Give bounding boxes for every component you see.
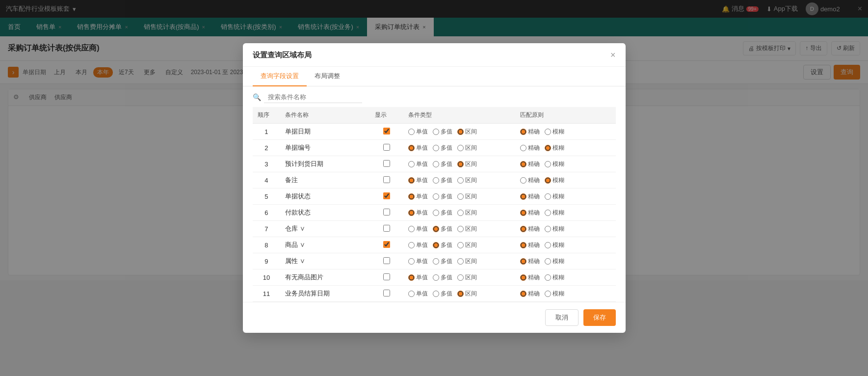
- match-radio-input-exact[interactable]: [520, 258, 526, 265]
- type-radio-input-range[interactable]: [457, 226, 464, 232]
- type-radio-single[interactable]: 单值: [408, 192, 428, 201]
- match-radio-fuzzy[interactable]: 模糊: [545, 176, 564, 185]
- type-radio-input-range[interactable]: [457, 274, 464, 281]
- match-radio-input-exact[interactable]: [520, 193, 526, 200]
- match-radio-input-fuzzy[interactable]: [545, 177, 551, 184]
- type-radio-input-single[interactable]: [408, 274, 415, 281]
- type-radio-input-multi[interactable]: [433, 258, 439, 265]
- display-checkbox[interactable]: [383, 209, 390, 215]
- type-radio-input-multi[interactable]: [433, 129, 439, 135]
- type-radio-input-single[interactable]: [408, 258, 415, 265]
- type-radio-input-single[interactable]: [408, 145, 415, 151]
- display-checkbox[interactable]: [383, 241, 390, 248]
- type-radio-range[interactable]: 区间: [457, 160, 477, 168]
- type-radio-single[interactable]: 单值: [408, 176, 428, 185]
- match-radio-input-exact[interactable]: [520, 210, 526, 216]
- type-radio-single[interactable]: 单值: [408, 257, 428, 266]
- type-radio-input-multi[interactable]: [433, 177, 439, 184]
- type-radio-range[interactable]: 区间: [457, 209, 477, 217]
- match-radio-input-fuzzy[interactable]: [545, 242, 551, 248]
- match-radio-fuzzy[interactable]: 模糊: [545, 144, 564, 152]
- type-radio-single[interactable]: 单值: [408, 128, 428, 136]
- match-radio-fuzzy[interactable]: 模糊: [545, 241, 564, 249]
- match-radio-exact[interactable]: 精确: [520, 241, 540, 249]
- match-radio-input-exact[interactable]: [520, 242, 526, 248]
- type-radio-multi[interactable]: 多值: [433, 257, 452, 266]
- type-radio-input-multi[interactable]: [433, 210, 439, 216]
- match-radio-fuzzy[interactable]: 模糊: [545, 128, 564, 136]
- match-radio-fuzzy[interactable]: 模糊: [545, 257, 564, 266]
- display-checkbox[interactable]: [383, 192, 390, 199]
- type-radio-input-single[interactable]: [408, 177, 415, 184]
- type-radio-single[interactable]: 单值: [408, 241, 428, 249]
- type-radio-input-multi[interactable]: [433, 226, 439, 232]
- modal-tab-layout[interactable]: 布局调整: [307, 67, 348, 86]
- type-radio-input-range[interactable]: [457, 242, 464, 248]
- type-radio-range[interactable]: 区间: [457, 241, 477, 249]
- search-input[interactable]: [264, 91, 362, 103]
- modal-close-button[interactable]: ×: [610, 50, 616, 60]
- type-radio-range[interactable]: 区间: [457, 176, 477, 185]
- match-radio-exact[interactable]: 精确: [520, 273, 540, 281]
- display-checkbox[interactable]: [383, 128, 390, 134]
- type-radio-multi[interactable]: 多值: [433, 225, 452, 233]
- type-radio-single[interactable]: 单值: [408, 160, 428, 168]
- match-radio-input-fuzzy[interactable]: [545, 258, 551, 265]
- display-checkbox[interactable]: [383, 160, 390, 167]
- type-radio-multi[interactable]: 多值: [433, 176, 452, 185]
- type-radio-range[interactable]: 区间: [457, 225, 477, 233]
- match-radio-input-exact[interactable]: [520, 145, 526, 151]
- match-radio-exact[interactable]: 精确: [520, 160, 540, 168]
- type-radio-input-single[interactable]: [408, 226, 415, 232]
- type-radio-multi[interactable]: 多值: [433, 128, 452, 136]
- type-radio-input-single[interactable]: [408, 210, 415, 216]
- type-radio-range[interactable]: 区间: [457, 257, 477, 266]
- type-radio-range[interactable]: 区间: [457, 128, 477, 136]
- type-radio-input-multi[interactable]: [433, 161, 439, 167]
- type-radio-input-range[interactable]: [457, 161, 464, 167]
- type-radio-multi[interactable]: 多值: [433, 144, 452, 152]
- type-radio-input-range[interactable]: [457, 129, 464, 135]
- match-radio-fuzzy[interactable]: 模糊: [545, 192, 564, 201]
- display-checkbox[interactable]: [383, 257, 390, 264]
- type-radio-input-single[interactable]: [408, 193, 415, 200]
- modal-tab-query-fields[interactable]: 查询字段设置: [253, 67, 307, 86]
- display-checkbox[interactable]: [383, 176, 390, 183]
- type-radio-range[interactable]: 区间: [457, 144, 477, 152]
- match-radio-input-fuzzy[interactable]: [545, 193, 551, 200]
- match-radio-input-exact[interactable]: [520, 129, 526, 135]
- type-radio-input-range[interactable]: [457, 145, 464, 151]
- type-radio-input-single[interactable]: [408, 129, 415, 135]
- type-radio-multi[interactable]: 多值: [433, 209, 452, 217]
- display-checkbox[interactable]: [383, 225, 390, 232]
- match-radio-exact[interactable]: 精确: [520, 209, 540, 217]
- match-radio-fuzzy[interactable]: 模糊: [545, 225, 564, 233]
- type-radio-input-range[interactable]: [457, 258, 464, 265]
- type-radio-multi[interactable]: 多值: [433, 160, 452, 168]
- type-radio-input-multi[interactable]: [433, 145, 439, 151]
- display-checkbox[interactable]: [383, 144, 390, 151]
- type-radio-single[interactable]: 单值: [408, 225, 428, 233]
- match-radio-exact[interactable]: 精确: [520, 192, 540, 201]
- type-radio-input-single[interactable]: [408, 161, 415, 167]
- type-radio-input-single[interactable]: [408, 242, 415, 248]
- match-radio-fuzzy[interactable]: 模糊: [545, 160, 564, 168]
- type-radio-multi[interactable]: 多值: [433, 241, 452, 249]
- match-radio-input-exact[interactable]: [520, 161, 526, 167]
- match-radio-exact[interactable]: 精确: [520, 144, 540, 152]
- type-radio-multi[interactable]: 多值: [433, 273, 452, 281]
- match-radio-input-exact[interactable]: [520, 226, 526, 232]
- match-radio-exact[interactable]: 精确: [520, 225, 540, 233]
- match-radio-input-fuzzy[interactable]: [545, 145, 551, 151]
- match-radio-input-fuzzy[interactable]: [545, 226, 551, 232]
- match-radio-exact[interactable]: 精确: [520, 176, 540, 185]
- display-checkbox[interactable]: [383, 273, 390, 280]
- type-radio-input-multi[interactable]: [433, 242, 439, 248]
- type-radio-input-range[interactable]: [457, 210, 464, 216]
- match-radio-input-exact[interactable]: [520, 177, 526, 184]
- match-radio-exact[interactable]: 精确: [520, 257, 540, 266]
- type-radio-single[interactable]: 单值: [408, 144, 428, 152]
- type-radio-single[interactable]: 单值: [408, 209, 428, 217]
- match-radio-input-fuzzy[interactable]: [545, 129, 551, 135]
- type-radio-range[interactable]: 区间: [457, 192, 477, 201]
